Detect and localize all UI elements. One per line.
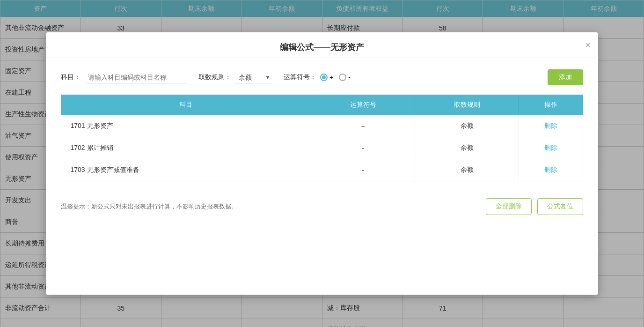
- close-button[interactable]: ×: [585, 40, 591, 50]
- modal-footer: 温馨提示：新公式只对未出报表进行计算，不影响历史报表数据。 全部删除 公式复位: [46, 191, 598, 224]
- operator-label: 运算符号：: [284, 73, 316, 82]
- radio-minus[interactable]: -: [339, 74, 351, 81]
- subject-group: 科目：: [61, 72, 187, 83]
- formula-subject: 1701 无形资产: [61, 115, 311, 137]
- table-header-row: 科目 运算符号 取数规则 操作: [61, 95, 583, 115]
- warning-text: 温馨提示：新公式只对未出报表进行计算，不影响历史报表数据。: [61, 202, 237, 211]
- footer-buttons: 全部删除 公式复位: [486, 198, 583, 215]
- delete-link[interactable]: 删除: [544, 122, 557, 129]
- th-operator: 运算符号: [311, 95, 415, 115]
- radio-group: + -: [320, 74, 351, 81]
- formula-subject: 1702 累计摊销: [61, 137, 311, 159]
- th-action: 操作: [519, 95, 583, 115]
- formula-table: 科目 运算符号 取数规则 操作 1701 无形资产 + 余额 删除 1702 累…: [61, 95, 583, 181]
- rule-select-wrap: 余额 借方 贷方 ▼: [235, 72, 272, 83]
- delete-link[interactable]: 删除: [544, 144, 557, 151]
- subject-input[interactable]: [84, 72, 187, 83]
- modal-body: 科目： 取数规则： 余额 借方 贷方 ▼ 运算符号：: [46, 58, 598, 191]
- operator-group: 运算符号： + -: [284, 73, 351, 82]
- modal-title: 编辑公式——无形资产: [280, 43, 364, 52]
- radio-minus-circle: [339, 74, 346, 81]
- reset-button[interactable]: 公式复位: [537, 198, 583, 215]
- rule-group: 取数规则： 余额 借方 贷方 ▼: [198, 72, 272, 83]
- formula-rule: 余额: [415, 115, 519, 137]
- radio-plus[interactable]: +: [320, 74, 333, 81]
- delete-all-button[interactable]: 全部删除: [486, 198, 532, 215]
- th-subject: 科目: [61, 95, 311, 115]
- formula-rule: 余额: [415, 159, 519, 181]
- delete-link[interactable]: 删除: [544, 166, 557, 173]
- modal-dialog: 编辑公式——无形资产 × 科目： 取数规则： 余额 借方 贷方: [46, 32, 598, 295]
- subject-label: 科目：: [61, 73, 80, 82]
- modal-header: 编辑公式——无形资产 ×: [46, 32, 598, 58]
- formula-action: 删除: [519, 137, 583, 159]
- formula-subject: 1703 无形资产减值准备: [61, 159, 311, 181]
- rule-select[interactable]: 余额 借方 贷方: [235, 72, 272, 83]
- formula-operator: +: [311, 115, 415, 137]
- formula-row: 1703 无形资产减值准备 - 余额 删除: [61, 159, 583, 181]
- rule-label: 取数规则：: [198, 73, 231, 82]
- th-rule: 取数规则: [415, 95, 519, 115]
- formula-row: 1702 累计摊销 - 余额 删除: [61, 137, 583, 159]
- formula-rule: 余额: [415, 137, 519, 159]
- radio-plus-label: +: [329, 74, 333, 81]
- formula-action: 删除: [519, 159, 583, 181]
- form-row: 科目： 取数规则： 余额 借方 贷方 ▼ 运算符号：: [61, 69, 583, 85]
- add-button[interactable]: 添加: [548, 69, 583, 85]
- radio-plus-circle: [320, 74, 328, 81]
- formula-action: 删除: [519, 115, 583, 137]
- modal-overlay: 编辑公式——无形资产 × 科目： 取数规则： 余额 借方 贷方: [0, 0, 644, 327]
- radio-minus-label: -: [348, 74, 351, 81]
- formula-operator: -: [311, 137, 415, 159]
- formula-row: 1701 无形资产 + 余额 删除: [61, 115, 583, 137]
- formula-operator: -: [311, 159, 415, 181]
